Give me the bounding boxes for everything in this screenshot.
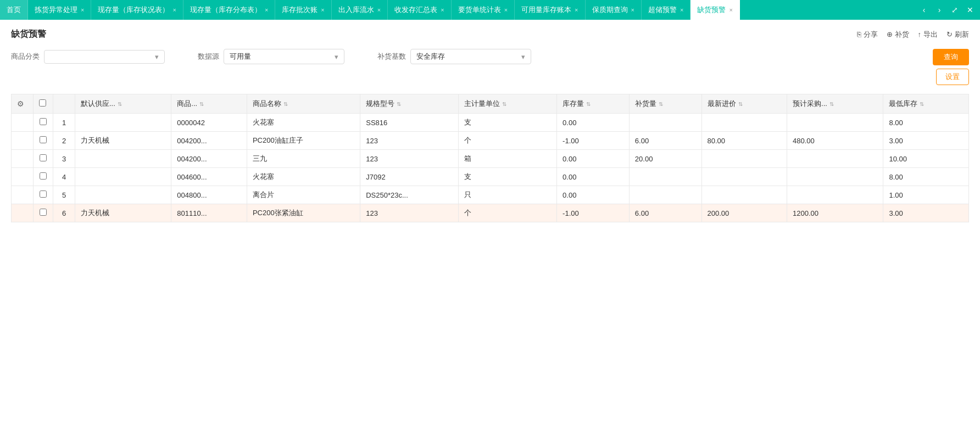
sort-icon: ⇅: [829, 101, 834, 107]
cell-unit: 支: [458, 168, 556, 186]
tab-shortage-warning[interactable]: 缺货预警 ×: [691, 0, 739, 20]
category-select[interactable]: ▾: [44, 50, 165, 64]
row-checkbox[interactable]: [40, 136, 47, 143]
cell-restock: [629, 186, 701, 204]
close-icon[interactable]: ×: [81, 7, 84, 13]
page-title: 缺货预警: [11, 29, 46, 40]
nav-prev-button[interactable]: ‹: [916, 2, 932, 18]
cell-supplier: [75, 114, 171, 132]
cell-minstock: 8.00: [883, 168, 969, 186]
cell-spec: 123: [360, 150, 459, 168]
close-icon[interactable]: ×: [441, 7, 444, 13]
nav-controls: ‹ › ⤢ ✕: [916, 2, 980, 18]
cell-estpurchase: [787, 186, 883, 204]
table-row: 1 0000042 火花塞 SS816 支 0.00 8.00: [12, 114, 969, 132]
tab-available-ledger[interactable]: 可用量库存账本 ×: [515, 0, 585, 20]
tab-home[interactable]: 首页: [0, 0, 28, 20]
cell-name: PC200油缸庄子: [247, 132, 360, 150]
select-all-checkbox[interactable]: [39, 99, 46, 107]
refresh-button[interactable]: ↻ 刷新: [946, 30, 969, 40]
setting-button[interactable]: 设置: [936, 69, 969, 85]
col-gear-header: ⚙: [12, 94, 34, 114]
cell-check: [34, 150, 53, 168]
cell-minstock: 10.00: [883, 150, 969, 168]
cell-gear: [12, 186, 34, 204]
col-code-header[interactable]: 商品... ⇅: [171, 94, 247, 114]
cell-restock: 20.00: [629, 150, 701, 168]
col-minstock-header[interactable]: 最低库存 ⇅: [883, 94, 969, 114]
col-estpurchase-header[interactable]: 预计采购... ⇅: [787, 94, 883, 114]
gear-icon[interactable]: ⚙: [17, 99, 24, 108]
sort-icon: ⇅: [586, 101, 591, 107]
datasource-label: 数据源: [198, 52, 219, 61]
datasource-filter-group: 数据源 可用量 ▾: [198, 49, 344, 64]
cell-supplier: [75, 186, 171, 204]
cell-estpurchase: [787, 150, 883, 168]
restock-base-select[interactable]: 安全库存 ▾: [410, 49, 531, 64]
nav-next-button[interactable]: ›: [932, 2, 947, 18]
close-icon[interactable]: ×: [631, 7, 634, 13]
close-icon[interactable]: ×: [680, 7, 683, 13]
category-filter-group: 商品分类 ▾: [11, 50, 165, 64]
cell-spec: SS816: [360, 114, 459, 132]
close-icon[interactable]: ×: [575, 7, 578, 13]
close-icon[interactable]: ×: [729, 7, 732, 13]
cell-minstock: 3.00: [883, 204, 969, 222]
cell-stock: 0.00: [557, 186, 630, 204]
data-table: ⚙ 默认供应... ⇅ 商品... ⇅: [11, 94, 969, 222]
header-actions: ⎘ 分享 ⊕ 补货 ↑ 导出 ↻ 刷新: [857, 30, 970, 40]
cell-unit: 个: [458, 204, 556, 222]
sort-icon: ⇅: [738, 101, 743, 107]
col-latestprice-header[interactable]: 最新进价 ⇅: [701, 94, 787, 114]
close-icon[interactable]: ×: [377, 7, 381, 13]
cell-latestprice: [701, 186, 787, 204]
close-icon[interactable]: ×: [265, 7, 268, 13]
close-icon[interactable]: ×: [504, 7, 508, 13]
col-spec-header[interactable]: 规格型号 ⇅: [360, 94, 459, 114]
cell-estpurchase: [787, 114, 883, 132]
cell-num: 1: [53, 114, 75, 132]
export-button[interactable]: ↑ 导出: [918, 30, 938, 40]
tab-picking-exception[interactable]: 拣货异常处理 ×: [28, 0, 91, 20]
cell-check: [34, 204, 53, 222]
chevron-down-icon: ▾: [521, 53, 525, 61]
tab-inout-flow[interactable]: 出入库流水 ×: [332, 0, 388, 20]
query-button[interactable]: 查询: [933, 49, 969, 65]
restock-button[interactable]: ⊕ 补货: [887, 30, 909, 40]
tab-order-stats[interactable]: 要货单统计表 ×: [452, 0, 515, 20]
nav-close-button[interactable]: ✕: [962, 2, 978, 18]
page-header: 缺货预警 ⎘ 分享 ⊕ 补货 ↑ 导出 ↻ 刷新: [11, 29, 969, 40]
sort-icon: ⇅: [920, 101, 924, 107]
nav-restore-button[interactable]: ⤢: [947, 2, 962, 18]
col-supplier-header[interactable]: 默认供应... ⇅: [75, 94, 171, 114]
tab-overstock-warning[interactable]: 超储预警 ×: [642, 0, 691, 20]
cell-code: 004600...: [171, 168, 247, 186]
share-button[interactable]: ⎘ 分享: [857, 30, 878, 40]
close-icon[interactable]: ×: [172, 7, 176, 13]
row-checkbox[interactable]: [40, 209, 47, 216]
row-checkbox[interactable]: [40, 191, 47, 198]
tab-batch-account[interactable]: 库存批次账 ×: [275, 0, 331, 20]
col-stock-header[interactable]: 库存量 ⇅: [557, 94, 630, 114]
cell-num: 4: [53, 168, 75, 186]
cell-spec: DS250*23c...: [360, 186, 459, 204]
cell-supplier: [75, 168, 171, 186]
cell-code: 0000042: [171, 114, 247, 132]
row-checkbox[interactable]: [40, 118, 47, 125]
row-checkbox[interactable]: [40, 172, 47, 180]
cell-stock: 0.00: [557, 168, 630, 186]
sort-icon: ⇅: [118, 101, 122, 107]
datasource-value: 可用量: [230, 52, 251, 61]
restock-base-value: 安全库存: [416, 52, 445, 61]
close-icon[interactable]: ×: [321, 7, 324, 13]
row-checkbox[interactable]: [40, 154, 47, 161]
tab-expiry-query[interactable]: 保质期查询 ×: [586, 0, 642, 20]
col-name-header[interactable]: 商品名称 ⇅: [247, 94, 360, 114]
table-header-row: ⚙ 默认供应... ⇅ 商品... ⇅: [12, 94, 969, 114]
tab-inventory-status[interactable]: 现存量（库存状况表） ×: [91, 0, 183, 20]
tab-receive-summary[interactable]: 收发存汇总表 ×: [388, 0, 451, 20]
datasource-select[interactable]: 可用量 ▾: [224, 49, 344, 64]
col-unit-header[interactable]: 主计量单位 ⇅: [458, 94, 556, 114]
tab-inventory-distribution[interactable]: 现存量（库存分布表） ×: [183, 0, 275, 20]
col-restock-header[interactable]: 补货量 ⇅: [629, 94, 701, 114]
